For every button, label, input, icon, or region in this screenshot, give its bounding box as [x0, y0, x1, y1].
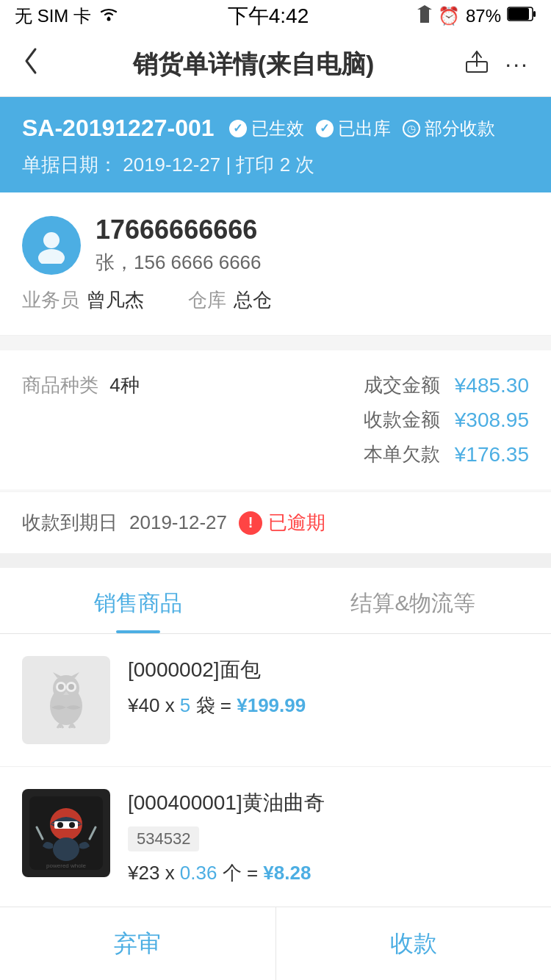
status-bar: 无 SIM 卡 下午4:42 ⏰ 87%	[0, 0, 551, 32]
alarm-icon: ⏰	[438, 6, 460, 26]
price-sep-1: x	[165, 694, 180, 716]
time-display: 下午4:42	[228, 2, 309, 30]
back-button[interactable]	[22, 46, 66, 82]
svg-point-0	[107, 18, 111, 21]
signal-text: 无 SIM 卡	[15, 4, 91, 28]
debt-label: 本单欠款	[364, 442, 440, 467]
svg-point-27	[57, 822, 63, 828]
battery-icon	[507, 6, 536, 26]
price-base-2: ¥23	[128, 862, 159, 884]
product-price-2: ¥23 x 0.36 个 = ¥8.28	[128, 860, 529, 886]
type-label: 商品种类	[22, 374, 98, 396]
salesperson-value: 曾凡杰	[87, 287, 144, 313]
overdue-label: 已逾期	[268, 510, 325, 536]
svg-point-7	[38, 249, 65, 264]
product-image-2: powered whole	[22, 789, 110, 877]
status-bar-left: 无 SIM 卡	[15, 4, 119, 28]
qty-2: 0.36	[180, 862, 217, 884]
price-eq-2: =	[247, 862, 263, 884]
product-price-1: ¥40 x 5 袋 = ¥199.99	[128, 693, 529, 718]
location-icon	[417, 5, 432, 27]
amount-label: 成交金额	[364, 372, 440, 398]
check-icon-2: ✓	[316, 120, 334, 137]
financial-stats: 成交金额 ¥485.30 收款金额 ¥308.95 本单欠款 ¥176.35	[364, 372, 529, 467]
price-sep-2: x	[165, 862, 180, 884]
price-eq-1: =	[220, 694, 237, 716]
more-icon[interactable]: ···	[505, 51, 529, 78]
product-item-2: powered whole [000400001]黄油曲奇 534532 ¥23…	[0, 767, 551, 909]
unit-1: 袋	[196, 694, 215, 716]
product-info-2: [000400001]黄油曲奇 534532 ¥23 x 0.36 个 = ¥8…	[128, 789, 529, 886]
product-name-1: [0000002]面包	[128, 656, 529, 684]
overdue-icon: !	[239, 511, 262, 535]
clock-icon: ◷	[403, 120, 420, 137]
stats-section: 商品种类 4种 成交金额 ¥485.30 收款金额 ¥308.95 本单欠款 ¥…	[0, 350, 551, 489]
received-row: 收款金额 ¥308.95	[364, 407, 529, 433]
product-list: 鸮+ [0000002]面包 ¥40 x 5 袋 = ¥199.99	[0, 634, 551, 909]
customer-name: 17666666666	[96, 215, 262, 245]
received-value: ¥308.95	[455, 408, 529, 432]
amount-row: 成交金额 ¥485.30	[364, 372, 529, 398]
unit-2: 个	[223, 862, 242, 884]
amount-value: ¥485.30	[455, 374, 529, 397]
wifi-icon	[98, 6, 119, 26]
customer-info: 17666666666 张，156 6666 6666	[96, 215, 262, 275]
customer-section: 17666666666 张，156 6666 6666 业务员 曾凡杰 仓库 总…	[0, 192, 551, 335]
customer-contact: 张，156 6666 6666	[96, 250, 262, 275]
badge-effective: ✓ 已生效	[229, 117, 304, 140]
debt-value: ¥176.35	[455, 443, 529, 466]
total-1: ¥199.99	[237, 694, 306, 716]
warehouse-label: 仓库	[188, 287, 226, 313]
avatar	[22, 216, 81, 275]
svg-rect-3	[533, 11, 536, 17]
bottom-bar: 弃审 收款	[0, 907, 551, 980]
product-types: 商品种类 4种	[22, 372, 140, 398]
page-title: 销货单详情(来自电脑)	[66, 48, 441, 82]
warehouse-meta: 仓库 总仓	[188, 287, 272, 313]
tab-products[interactable]: 销售商品	[0, 568, 276, 633]
svg-point-14	[58, 684, 64, 690]
price-base-1: ¥40	[128, 694, 159, 716]
product-info-1: [0000002]面包 ¥40 x 5 袋 = ¥199.99	[128, 656, 529, 718]
section-divider	[0, 553, 551, 568]
order-badges: ✓ 已生效 ✓ 已出库 ◷ 部分收款	[229, 117, 495, 140]
total-2: ¥8.28	[263, 862, 311, 884]
confirm-button[interactable]: 收款	[276, 907, 552, 980]
svg-point-28	[69, 822, 75, 828]
svg-rect-2	[508, 8, 529, 20]
customer-meta: 业务员 曾凡杰 仓库 总仓	[22, 287, 529, 313]
warehouse-value: 总仓	[234, 287, 272, 313]
received-label: 收款金额	[364, 407, 440, 433]
status-bar-right: ⏰ 87%	[417, 5, 536, 27]
nav-bar: 销货单详情(来自电脑) ···	[0, 32, 551, 97]
overdue-badge: ! 已逾期	[239, 510, 325, 536]
nav-actions: ···	[441, 48, 529, 80]
tab-settlement[interactable]: 结算&物流等	[276, 568, 551, 633]
svg-text:powered whole: powered whole	[46, 862, 86, 869]
order-date: 单据日期： 2019-12-27 | 打印 2 次	[22, 152, 529, 178]
salesperson-label: 业务员	[22, 287, 79, 313]
order-header: SA-20191227-001 ✓ 已生效 ✓ 已出库 ◷ 部分收款 单据日期：…	[0, 97, 551, 192]
due-label: 收款到期日	[22, 510, 118, 536]
product-image-1: 鸮+	[22, 656, 110, 744]
svg-point-6	[43, 232, 60, 248]
debt-row: 本单欠款 ¥176.35	[364, 442, 529, 467]
product-item: 鸮+ [0000002]面包 ¥40 x 5 袋 = ¥199.99	[0, 634, 551, 767]
svg-point-29	[53, 837, 79, 861]
due-date-value: 2019-12-27	[129, 511, 227, 534]
badge-shipped: ✓ 已出库	[316, 117, 391, 140]
order-id: SA-20191227-001	[22, 115, 215, 142]
svg-point-15	[68, 684, 74, 690]
product-name-2: [000400001]黄油曲奇	[128, 789, 529, 817]
tabs: 销售商品 结算&物流等	[0, 568, 551, 634]
salesperson-meta: 业务员 曾凡杰	[22, 287, 144, 313]
share-icon[interactable]	[464, 48, 490, 80]
qty-1: 5	[180, 694, 190, 716]
badge-partial: ◷ 部分收款	[403, 117, 495, 140]
type-value: 4种	[109, 374, 139, 396]
cancel-button[interactable]: 弃审	[0, 907, 276, 980]
due-date-section: 收款到期日 2019-12-27 ! 已逾期	[0, 492, 551, 553]
battery-text: 87%	[466, 6, 501, 26]
check-icon-1: ✓	[229, 120, 247, 137]
product-sku-2: 534532	[128, 826, 199, 851]
